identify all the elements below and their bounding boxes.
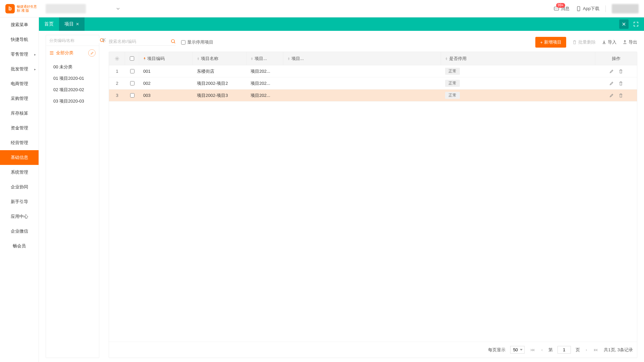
trash-icon [619, 81, 623, 86]
tab-bar: 首页 项目 ✕ [0, 17, 644, 31]
cell-ops [595, 77, 637, 89]
category-item-2[interactable]: 02 项目2020-02 [46, 84, 99, 96]
sidebar-item-6[interactable]: 库存核算 [0, 106, 39, 121]
row-checkbox[interactable] [125, 77, 139, 89]
sidebar-item-1[interactable]: 快捷导航 [0, 32, 39, 47]
category-all-label: 全部分类 [56, 50, 73, 56]
delete-button[interactable] [619, 93, 623, 98]
sidebar-item-label: 应用中心 [11, 214, 28, 220]
cell-code: 001 [139, 65, 193, 77]
sidebar-item-5[interactable]: 采购管理 [0, 91, 39, 106]
table-row[interactable]: 1001东楼街店项目202...正常 [109, 65, 637, 77]
edit-button[interactable] [609, 93, 614, 98]
row-checkbox[interactable] [125, 65, 139, 77]
sidebar-item-label: 批发管理 [11, 66, 28, 72]
sidebar-item-label: 搜索菜单 [11, 22, 28, 28]
row-checkbox[interactable] [125, 89, 139, 101]
new-project-label: 新增项目 [544, 39, 561, 45]
table-row[interactable]: 3003项目2002-项目3项目202...正常 [109, 89, 637, 102]
import-button[interactable]: 导入 [602, 39, 616, 45]
tab-project[interactable]: 项目 ✕ [59, 17, 85, 31]
logo-icon: b [5, 4, 15, 13]
search-icon[interactable] [171, 39, 176, 44]
messages-button[interactable]: 99+ 消息 [553, 6, 570, 12]
sidebar-item-15[interactable]: 畅会员 [0, 239, 39, 253]
toolbar: 显示停用项目 + 新增项目 批量删除 导入 [109, 35, 637, 50]
next-page-button[interactable]: › [585, 347, 588, 352]
plus-icon: + [540, 40, 543, 45]
sort-icon: ▲▼ [287, 57, 290, 60]
column-settings[interactable] [109, 52, 125, 65]
fullscreen-button[interactable] [631, 19, 641, 29]
collapse-handle[interactable] [101, 35, 107, 358]
prev-page-button[interactable]: ‹ [540, 347, 544, 352]
category-all[interactable]: 全部分类 [46, 46, 99, 60]
sidebar-item-3[interactable]: 批发管理▸ [0, 62, 39, 76]
sidebar-item-0[interactable]: 搜索菜单 [0, 17, 39, 32]
table-row[interactable]: 2002项目2002-项目2项目202...正常 [109, 77, 637, 89]
sidebar-item-2[interactable]: 零售管理▸ [0, 47, 39, 62]
sidebar-item-label: 畅会员 [13, 243, 26, 249]
sidebar-item-7[interactable]: 资金管理 [0, 121, 39, 135]
delete-button[interactable] [619, 69, 623, 74]
tab-close-icon[interactable]: ✕ [76, 22, 79, 26]
show-disabled-checkbox[interactable]: 显示停用项目 [181, 39, 213, 45]
export-button[interactable]: 导出 [623, 39, 637, 45]
content-area: 显示停用项目 + 新增项目 批量删除 导入 [109, 35, 637, 358]
page-input[interactable] [557, 346, 571, 354]
column-status[interactable]: ▲▼ 是否停用 [441, 52, 595, 65]
org-chevron-down-icon[interactable] [116, 7, 120, 11]
org-selector-blurred[interactable] [46, 4, 86, 13]
tab-home[interactable]: 首页 [39, 17, 59, 31]
search-input[interactable] [109, 39, 171, 44]
sidebar-item-12[interactable]: 新手引导 [0, 194, 39, 209]
column-code[interactable]: ▲▼ 项目编码 [139, 52, 193, 65]
sidebar-item-4[interactable]: 电商管理 [0, 76, 39, 91]
per-page-select[interactable]: 50 [510, 346, 525, 354]
pencil-icon [609, 69, 614, 74]
chevron-right-icon: ▸ [34, 53, 36, 56]
cell-c3: 项目202... [247, 65, 283, 77]
sidebar-item-8[interactable]: 经营管理 [0, 135, 39, 150]
edit-button[interactable] [609, 81, 614, 86]
category-item-3[interactable]: 03 项目2020-03 [46, 96, 99, 107]
cell-c4 [283, 65, 441, 77]
app-download-button[interactable]: App下载 [576, 6, 599, 12]
svg-point-8 [116, 58, 118, 59]
expand-icon [633, 21, 639, 27]
sort-icon: ▲▼ [251, 57, 253, 60]
column-name[interactable]: ▲▼ 项目名称 [193, 52, 247, 65]
close-icon [622, 22, 626, 26]
first-page-button[interactable]: ⏮ [529, 347, 536, 352]
sidebar-item-13[interactable]: 应用中心 [0, 209, 39, 224]
category-search-input[interactable] [49, 38, 100, 43]
logo[interactable]: b 畅捷通好生意 标准版 [5, 4, 39, 13]
edit-button[interactable] [609, 69, 614, 74]
cell-name: 项目2002-项目3 [193, 89, 247, 101]
tab-project-label: 项目 [64, 21, 74, 27]
cell-code: 003 [139, 89, 193, 101]
column-checkbox-all[interactable] [125, 52, 139, 65]
last-page-button[interactable]: ⏭ [593, 347, 599, 352]
category-item-0[interactable]: 00 未分类 [46, 61, 99, 73]
category-edit-button[interactable] [88, 49, 96, 57]
tabs-close-button[interactable] [619, 19, 629, 29]
new-project-button[interactable]: + 新增项目 [535, 37, 566, 48]
sidebar-item-9[interactable]: 基础信息 [0, 150, 39, 165]
cell-name: 东楼街店 [193, 65, 247, 77]
sidebar-item-11[interactable]: 企业协同 [0, 180, 39, 194]
svg-point-2 [556, 8, 557, 9]
sidebar-item-14[interactable]: 企业微信 [0, 224, 39, 239]
category-item-1[interactable]: 01 项目2020-01 [46, 73, 99, 84]
per-page-label: 每页显示 [488, 347, 505, 353]
sidebar-item-10[interactable]: 系统管理 [0, 165, 39, 180]
sidebar: 搜索菜单快捷导航零售管理▸批发管理▸电商管理采购管理库存核算资金管理经营管理基础… [0, 17, 39, 362]
sidebar-item-label: 新手引导 [11, 199, 28, 205]
user-avatar-blurred[interactable] [612, 4, 639, 13]
show-disabled-input[interactable] [181, 40, 185, 45]
chevron-right-icon: ▸ [34, 67, 36, 71]
show-disabled-label: 显示停用项目 [187, 39, 213, 45]
column-c3[interactable]: ▲▼ 项目... [247, 52, 283, 65]
column-c4[interactable]: ▲▼ 项目... [283, 52, 441, 65]
delete-button[interactable] [619, 81, 623, 86]
